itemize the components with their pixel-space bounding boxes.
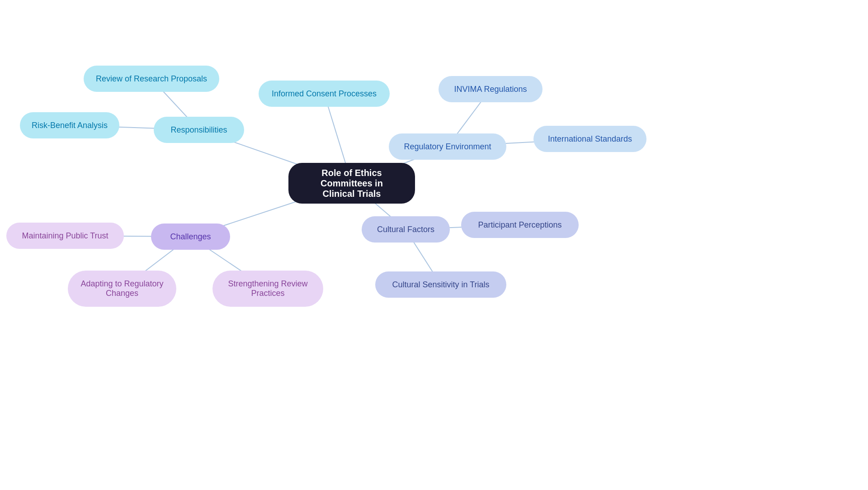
center-node[interactable]: Role of Ethics Committees in Clinical Tr…	[288, 163, 415, 204]
cultural-factors-node[interactable]: Cultural Factors	[362, 216, 450, 243]
intl-standards-label: International Standards	[548, 134, 632, 144]
review-proposals-label: Review of Research Proposals	[96, 74, 207, 84]
challenges-node[interactable]: Challenges	[151, 224, 230, 250]
maintaining-trust-node[interactable]: Maintaining Public Trust	[6, 223, 124, 249]
risk-benefit-node[interactable]: Risk-Benefit Analysis	[20, 112, 119, 138]
review-proposals-node[interactable]: Review of Research Proposals	[84, 66, 219, 92]
regulatory-env-node[interactable]: Regulatory Environment	[389, 133, 506, 160]
responsibilities-node[interactable]: Responsibilities	[154, 117, 244, 143]
strengthening-node[interactable]: Strengthening Review Practices	[212, 271, 323, 307]
responsibilities-label: Responsibilities	[170, 125, 227, 135]
participant-perceptions-node[interactable]: Participant Perceptions	[461, 212, 579, 238]
adapting-label: Adapting to Regulatory Changes	[80, 279, 163, 298]
adapting-node[interactable]: Adapting to Regulatory Changes	[68, 271, 176, 307]
cultural-factors-label: Cultural Factors	[377, 225, 434, 234]
center-label: Role of Ethics Committees in Clinical Tr…	[299, 168, 404, 199]
strengthening-label: Strengthening Review Practices	[228, 279, 307, 298]
maintaining-trust-label: Maintaining Public Trust	[22, 231, 108, 241]
regulatory-env-label: Regulatory Environment	[404, 142, 491, 152]
risk-benefit-label: Risk-Benefit Analysis	[32, 121, 108, 130]
cultural-sensitivity-label: Cultural Sensitivity in Trials	[392, 280, 489, 290]
challenges-label: Challenges	[170, 232, 211, 242]
informed-consent-node[interactable]: Informed Consent Processes	[259, 81, 390, 107]
invima-label: INVIMA Regulations	[454, 85, 527, 94]
participant-perceptions-label: Participant Perceptions	[478, 220, 561, 230]
intl-standards-node[interactable]: International Standards	[533, 126, 646, 152]
informed-consent-label: Informed Consent Processes	[272, 89, 377, 99]
cultural-sensitivity-node[interactable]: Cultural Sensitivity in Trials	[375, 271, 506, 298]
invima-node[interactable]: INVIMA Regulations	[439, 76, 542, 102]
